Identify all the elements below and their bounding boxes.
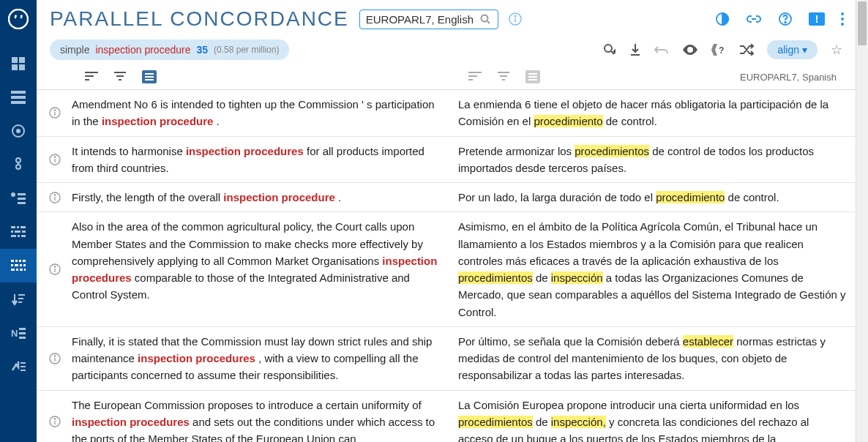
row-info-icon[interactable] [45, 96, 64, 130]
nav-trends-icon[interactable] [0, 350, 37, 383]
keyword: inspection procedures [138, 352, 255, 364]
undo-icon[interactable] [654, 45, 669, 55]
svg-rect-25 [21, 235, 26, 237]
svg-rect-31 [15, 264, 18, 266]
svg-rect-71 [145, 76, 154, 78]
search-again-icon[interactable] [603, 43, 616, 56]
row-info-icon[interactable] [45, 218, 64, 321]
svg-rect-72 [145, 79, 154, 80]
svg-rect-26 [11, 260, 14, 262]
right-cell[interactable]: Asimismo, en el ámbito de la Política Ag… [452, 218, 847, 321]
svg-rect-80 [528, 76, 537, 78]
svg-point-87 [54, 157, 55, 157]
sort-right-icon[interactable] [468, 72, 482, 82]
svg-rect-34 [11, 269, 15, 271]
nav-dashboard-icon[interactable] [0, 47, 37, 80]
page-title: PARALLEL CONCORDANCE [50, 7, 349, 31]
left-cell[interactable]: The European Commission proposes to intr… [72, 397, 445, 443]
highlight: procedimientos [458, 271, 533, 284]
svg-point-9 [17, 130, 20, 132]
svg-rect-42 [19, 328, 26, 330]
scrollbar[interactable] [856, 0, 868, 442]
svg-rect-18 [17, 226, 19, 228]
app-logo [5, 6, 31, 32]
row-info-icon[interactable] [45, 189, 64, 206]
svg-rect-29 [23, 260, 26, 262]
right-cell[interactable]: Por último, se señala que la Comisión de… [452, 333, 847, 384]
align-button[interactable]: align ▾ [767, 40, 818, 59]
svg-rect-14 [18, 193, 26, 195]
top-action-icons: ! [715, 12, 844, 26]
corpus-search-input[interactable] [366, 13, 476, 26]
left-cell[interactable]: Also in the area of the common agricultu… [72, 218, 445, 321]
more-menu-icon[interactable] [841, 12, 844, 26]
svg-rect-68 [116, 75, 124, 77]
filter-left-icon[interactable] [114, 72, 126, 82]
keyword: inspection procedure [223, 191, 335, 203]
svg-rect-22 [22, 231, 26, 233]
shuffle-icon[interactable] [739, 44, 754, 56]
svg-rect-27 [15, 260, 18, 262]
eye-icon[interactable] [682, 45, 698, 55]
kwic-icon[interactable]: ? [711, 44, 726, 56]
svg-point-59 [605, 45, 612, 52]
svg-rect-20 [11, 231, 13, 233]
result-row: Firstly, the length of the overall inspe… [37, 183, 856, 212]
svg-rect-67 [114, 72, 126, 73]
search-icon[interactable] [480, 14, 490, 24]
svg-point-55 [785, 22, 786, 23]
query-chip[interactable]: simple inspection procedure 35 (0.58 per… [50, 40, 289, 60]
left-cell[interactable]: Firstly, the length of the overall inspe… [72, 189, 445, 206]
nav-thesaurus-icon[interactable] [0, 148, 37, 181]
svg-rect-73 [468, 72, 482, 73]
filter-right-icon[interactable] [498, 72, 509, 82]
nav-target-icon[interactable] [0, 114, 37, 148]
right-cell[interactable]: La enmienda 6 tiene el objeto de hacer m… [452, 96, 847, 130]
sort-left-icon[interactable] [85, 72, 98, 82]
svg-rect-45 [20, 362, 26, 364]
nav-sort-icon[interactable] [0, 282, 37, 316]
row-info-icon[interactable] [45, 143, 64, 177]
left-cell[interactable]: It intends to harmonise inspection proce… [72, 143, 445, 177]
corpus-search-box[interactable] [359, 10, 498, 29]
right-cell[interactable]: Pretende armonizar los procedimientos de… [452, 143, 847, 177]
nav-list-dot-icon[interactable] [0, 181, 37, 215]
nav-concordance-icon[interactable] [0, 215, 37, 249]
svg-rect-81 [528, 79, 537, 80]
svg-rect-66 [85, 79, 89, 80]
keyword: inspection procedures [72, 255, 437, 284]
nav-parallel-concordance-icon[interactable] [0, 249, 37, 282]
svg-point-57 [841, 18, 844, 20]
result-row: It intends to harmonise inspection proce… [37, 137, 856, 184]
view-mode-left-icon[interactable] [142, 70, 157, 83]
highlight: inspección [551, 271, 603, 284]
feedback-icon[interactable]: ! [809, 12, 825, 26]
view-mode-right-icon[interactable] [525, 70, 540, 83]
favorite-star-icon[interactable]: ☆ [831, 42, 842, 58]
link-icon[interactable] [746, 15, 762, 23]
nav-ngrams-icon[interactable]: N [0, 316, 37, 350]
contrast-icon[interactable] [715, 12, 730, 26]
svg-rect-35 [16, 269, 18, 271]
svg-rect-74 [468, 75, 477, 77]
download-icon[interactable] [629, 43, 641, 56]
svg-text:?: ? [719, 45, 724, 56]
query-freq: (0.58 per million) [214, 45, 279, 55]
info-icon[interactable] [509, 12, 522, 26]
svg-text:N: N [11, 328, 18, 339]
left-cell[interactable]: Finally, it is stated that the Commissio… [72, 333, 445, 384]
row-info-icon[interactable] [45, 333, 64, 384]
highlight: inspección, [551, 416, 606, 428]
left-cell[interactable]: Amendment No 6 is intended to tighten up… [72, 96, 445, 130]
svg-rect-64 [85, 72, 98, 73]
svg-rect-5 [11, 91, 26, 94]
svg-rect-16 [18, 202, 26, 204]
row-info-icon[interactable] [45, 397, 64, 443]
nav-wordlist-icon[interactable] [0, 80, 37, 114]
scrollbar-thumb[interactable] [858, 1, 867, 45]
svg-rect-2 [19, 57, 25, 63]
svg-rect-23 [11, 235, 16, 237]
right-cell[interactable]: Por un lado, la larga duración de todo e… [452, 189, 847, 206]
help-icon[interactable] [778, 12, 793, 26]
right-cell[interactable]: La Comisión Europea propone introducir u… [452, 397, 847, 443]
